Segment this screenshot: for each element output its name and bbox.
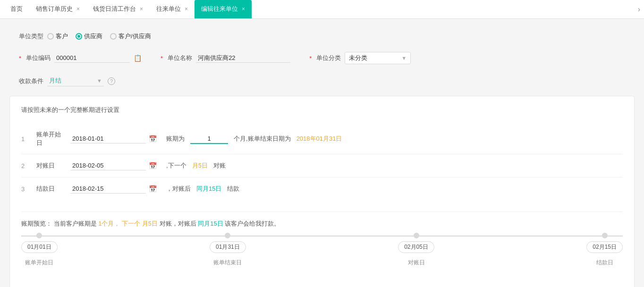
close-icon[interactable]: ×: [140, 6, 143, 12]
tab-bar: 首页 销售订单历史 × 钱货日清工作台 × 往来单位 × 编辑往来单位 × ›: [0, 0, 644, 19]
suffix-before-2: ,下一个: [166, 161, 186, 170]
node-pill-1: 01月01日: [21, 241, 58, 253]
setting-row-1: 1 账单开始日 📅 账期为 个月,账单结束日期为 2018年01月31日: [21, 124, 623, 154]
suffix-after-3: 结款: [227, 185, 239, 193]
timeline-node-4: 02月15日 结款日: [586, 233, 623, 267]
unit-name-input[interactable]: [196, 53, 290, 63]
preview-text-before: 当前客户账期是: [54, 220, 97, 227]
preview-part1: 1个月，: [98, 220, 120, 227]
unit-category-group: * 单位分类 未分类 ▼: [309, 52, 411, 64]
timeline-node-1: 01月01日 账单开始日: [21, 233, 58, 267]
unit-info-row: * 单位编码 📋 * 单位名称 * 单位分类 未分类 ▼: [9, 46, 635, 70]
node-dot-4: [602, 233, 608, 238]
preview-part3: 同月15日: [198, 220, 223, 227]
close-icon[interactable]: ×: [76, 6, 80, 12]
main-content: 单位类型 客户 供应商 客户/供应商 * 单位编码: [0, 19, 644, 287]
panel-description: 请按照未来的一个完整帐期进行设置: [21, 106, 623, 114]
row-label-3: 结款日: [36, 185, 65, 193]
calendar-icon-2[interactable]: 📅: [149, 162, 157, 169]
radio-customer-label: 客户: [56, 32, 68, 41]
date-input-group-1: 📅: [70, 134, 157, 144]
preview-part2: 月5日: [142, 220, 158, 227]
node-pill-3: 02月05日: [398, 241, 434, 253]
unit-type-label: 单位类型: [19, 32, 43, 41]
highlight-text-1: 2018年01月31日: [297, 135, 342, 143]
highlight-text-3: 同月15日: [196, 185, 221, 193]
radio-customer[interactable]: 客户: [47, 32, 68, 41]
timeline: 01月01日 账单开始日 01月31日 账单结束日 02月05日 对账日 02月…: [21, 228, 623, 281]
copy-icon[interactable]: 📋: [134, 54, 142, 62]
date-input-2[interactable]: [70, 161, 146, 170]
tab-partner[interactable]: 往来单位 ×: [150, 0, 195, 18]
tab-partner-label: 往来单位: [156, 5, 181, 13]
highlight-text-2: 月5日: [192, 161, 208, 170]
node-label-1: 账单开始日: [25, 259, 53, 267]
radio-circle-customer: [47, 33, 54, 40]
row-num-2: 2: [21, 162, 31, 169]
help-icon[interactable]: ?: [108, 77, 115, 85]
unit-code-label: 单位编码: [26, 54, 51, 62]
required-mark-code: *: [19, 55, 21, 62]
required-mark-category: *: [309, 55, 312, 62]
suffix-after-1: 个月,账单结束日期为: [234, 135, 291, 143]
unit-type-row: 单位类型 客户 供应商 客户/供应商: [9, 26, 635, 46]
date-input-group-2: 📅: [70, 161, 157, 170]
close-icon[interactable]: ×: [185, 6, 188, 12]
tab-sales-history[interactable]: 销售订单历史 ×: [29, 0, 86, 18]
unit-type-group: 单位类型 客户 供应商 客户/供应商: [19, 32, 151, 41]
radio-group-unit-type: 客户 供应商 客户/供应商: [47, 32, 151, 41]
radio-circle-both: [110, 33, 117, 40]
unit-category-value: 未分类: [349, 54, 399, 62]
payment-cond-dropdown[interactable]: 月结 ▼: [47, 76, 104, 86]
tab-sales-history-label: 销售订单历史: [36, 5, 73, 13]
suffix-before-3: ，对账后: [166, 185, 191, 193]
unit-category-select[interactable]: 未分类 ▼: [345, 52, 411, 64]
radio-supplier[interactable]: 供应商: [76, 32, 102, 41]
setting-row-3: 3 结款日 📅 ，对账后 同月15日 结款: [21, 177, 623, 200]
date-input-group-3: 📅: [70, 184, 157, 194]
tab-expand-button[interactable]: ›: [638, 5, 640, 14]
payment-cond-group: 收款条件 月结 ▼ ?: [19, 76, 115, 86]
chevron-down-icon: ▼: [97, 78, 102, 84]
chevron-down-icon: ▼: [401, 55, 407, 61]
timeline-node-3: 02月05日 对账日: [398, 233, 434, 267]
unit-code-input[interactable]: [54, 53, 130, 63]
setting-row-2: 2 对账日 📅 ,下一个 月5日 对账: [21, 154, 623, 177]
preview-label: 账期预览：: [21, 220, 52, 227]
tab-home-label: 首页: [10, 5, 23, 13]
node-label-3: 对账日: [408, 259, 425, 267]
suffix-before-1: 账期为: [166, 135, 185, 143]
tab-edit-partner[interactable]: 编辑往来单位 ×: [195, 0, 252, 18]
radio-circle-supplier: [76, 33, 82, 40]
setting-rows: 1 账单开始日 📅 账期为 个月,账单结束日期为 2018年01月31日 2 对…: [21, 124, 623, 200]
payment-cond-row: 收款条件 月结 ▼ ?: [9, 70, 635, 92]
date-input-3[interactable]: [70, 184, 146, 194]
radio-supplier-label: 供应商: [84, 32, 102, 41]
unit-name-group: * 单位名称: [161, 53, 290, 63]
close-icon[interactable]: ×: [242, 6, 245, 12]
node-dot-2: [225, 233, 230, 238]
radio-both[interactable]: 客户/供应商: [110, 32, 151, 41]
preview-text-end: 该客户会给我打款。: [225, 220, 280, 227]
preview-section: 账期预览： 当前客户账期是 1个月， 下一个 月5日 对账，对账后 同月15日 …: [21, 211, 623, 228]
tab-home[interactable]: 首页: [4, 0, 29, 18]
timeline-nodes: 01月01日 账单开始日 01月31日 账单结束日 02月05日 对账日 02月…: [21, 233, 623, 267]
payment-cond-label: 收款条件: [19, 77, 43, 85]
preview-text-mid1: 下一个: [122, 220, 140, 227]
tab-cash-work-label: 钱货日清工作台: [93, 5, 136, 13]
suffix-after-2: 对账: [213, 161, 226, 170]
row-num-3: 3: [21, 186, 31, 193]
tab-edit-partner-label: 编辑往来单位: [201, 5, 238, 13]
tab-cash-work[interactable]: 钱货日清工作台 ×: [86, 0, 150, 18]
period-input[interactable]: [190, 134, 228, 144]
node-pill-4: 02月15日: [586, 241, 623, 253]
row-label-2: 对账日: [36, 161, 65, 170]
date-input-1[interactable]: [70, 134, 146, 144]
calendar-icon-3[interactable]: 📅: [149, 185, 157, 193]
unit-name-label: 单位名称: [168, 54, 192, 62]
row-num-1: 1: [21, 135, 31, 143]
settings-panel: 请按照未来的一个完整帐期进行设置 1 账单开始日 📅 账期为 个月,账单结束日期…: [9, 96, 635, 287]
node-label-4: 结款日: [596, 259, 613, 267]
preview-text-mid2: 对账，对账后: [160, 220, 196, 227]
calendar-icon-1[interactable]: 📅: [149, 135, 157, 143]
